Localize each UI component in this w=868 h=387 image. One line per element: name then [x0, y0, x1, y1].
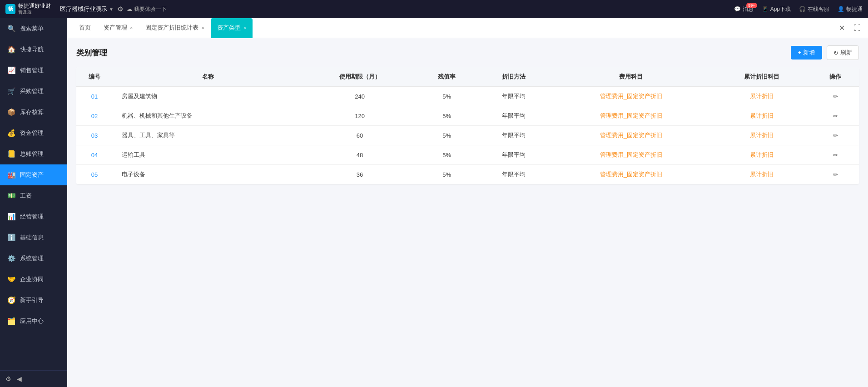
- enterprise-icon: 🤝: [7, 275, 15, 283]
- cell-action-2[interactable]: ✏: [812, 126, 859, 145]
- sidebar-item-purchase[interactable]: 🛒 采购管理: [0, 81, 67, 102]
- col-折旧方法: 折旧方法: [477, 67, 551, 87]
- cell-period-1: 120: [303, 106, 417, 126]
- tab-asset-type[interactable]: 资产类型×: [211, 18, 253, 38]
- tab-close-assets[interactable]: ×: [130, 25, 133, 30]
- col-残值率: 残值率: [417, 67, 477, 87]
- company-selector[interactable]: 医疗器械行业演示 ▼: [60, 5, 114, 13]
- user-button[interactable]: 👤 畅捷通: [838, 5, 863, 13]
- cell-accumulated-1: 累计折旧: [712, 106, 812, 126]
- cell-accumulated-3: 累计折旧: [712, 145, 812, 165]
- col-累计折旧科目: 累计折旧科目: [712, 67, 812, 87]
- sidebar-item-search[interactable]: 🔍 搜索菜单: [0, 18, 67, 39]
- sidebar-item-sales[interactable]: 📈 销售管理: [0, 60, 67, 81]
- logo: 畅 畅捷通好业财 普及版: [5, 3, 51, 15]
- content-area: 首页资产管理×固定资产折旧统计表×资产类型× ✕ ⛶ 类别管理 + 新增 ↻ 刷…: [67, 18, 868, 387]
- settings-icon[interactable]: ⚙: [5, 375, 11, 382]
- ledger-icon: 📒: [7, 150, 15, 158]
- cell-name-4: 电子设备: [113, 165, 303, 184]
- tab-assets[interactable]: 资产管理×: [97, 18, 139, 38]
- cell-accumulated-2: 累计折旧: [712, 126, 812, 145]
- tab-home[interactable]: 首页: [73, 18, 97, 38]
- cell-expense-3: 管理费用_固定资产折旧: [551, 145, 711, 165]
- message-button[interactable]: 💬 消息 99+: [734, 5, 754, 13]
- sidebar-item-inventory[interactable]: 📦 库存核算: [0, 102, 67, 123]
- cell-name-3: 运输工具: [113, 145, 303, 165]
- cell-residual-3: 5%: [417, 145, 477, 165]
- cell-residual-1: 5%: [417, 106, 477, 126]
- sidebar-bottom: ⚙ ◀: [0, 370, 67, 387]
- system-icon: ⚙️: [7, 254, 15, 263]
- close-tab-button[interactable]: ✕: [836, 23, 847, 34]
- sidebar-item-capital[interactable]: 💰 资金管理: [0, 123, 67, 144]
- cell-name-1: 机器、机械和其他生产设备: [113, 106, 303, 126]
- sidebar-item-nav[interactable]: 🏠 快捷导航: [0, 39, 67, 60]
- sidebar-item-label-basic: 基础信息: [20, 233, 44, 242]
- cell-period-0: 240: [303, 87, 417, 106]
- edit-icon-0[interactable]: ✏: [833, 93, 838, 100]
- sidebar-item-appCenter[interactable]: 🗂️ 应用中心: [0, 311, 67, 332]
- user-icon: 👤: [838, 6, 844, 12]
- col-编号: 编号: [76, 67, 113, 87]
- service-label: 在线客服: [808, 5, 829, 13]
- sidebar-item-basic[interactable]: ℹ️ 基础信息: [0, 227, 67, 248]
- tab-close-asset-type[interactable]: ×: [243, 25, 246, 30]
- sidebar-item-label-guide: 新手引导: [20, 296, 44, 304]
- appCenter-icon: 🗂️: [7, 317, 15, 325]
- cell-action-3[interactable]: ✏: [812, 145, 859, 165]
- cell-action-0[interactable]: ✏: [812, 87, 859, 106]
- sidebar-item-ledger[interactable]: 📒 总账管理: [0, 144, 67, 164]
- edit-icon-3[interactable]: ✏: [833, 152, 838, 159]
- company-name: 医疗器械行业演示: [60, 5, 107, 13]
- new-button[interactable]: + 新增: [791, 46, 822, 60]
- sidebar-item-system[interactable]: ⚙️ 系统管理: [0, 248, 67, 269]
- service-button[interactable]: 🎧 在线客服: [799, 5, 829, 13]
- table-row: 02 机器、机械和其他生产设备 120 5% 年限平均 管理费用_固定资产折旧 …: [76, 106, 859, 126]
- cell-action-1[interactable]: ✏: [812, 106, 859, 126]
- app-download-button[interactable]: 📱 App下载: [762, 5, 791, 13]
- cell-residual-0: 5%: [417, 87, 477, 106]
- sidebar-item-label-system: 系统管理: [20, 254, 44, 263]
- collapse-icon[interactable]: ◀: [17, 375, 22, 382]
- maximize-button[interactable]: ⛶: [852, 23, 863, 34]
- edit-icon-2[interactable]: ✏: [833, 132, 838, 139]
- cell-expense-1: 管理费用_固定资产折旧: [551, 106, 711, 126]
- sidebar-item-label-search: 搜索菜单: [20, 25, 44, 33]
- tab-depreciation[interactable]: 固定资产折旧统计表×: [139, 18, 210, 38]
- basic-icon: ℹ️: [7, 233, 15, 242]
- sidebar-item-label-inventory: 库存核算: [20, 108, 44, 116]
- col-操作: 操作: [812, 67, 859, 87]
- trial-label: 我要体验一下: [134, 5, 167, 13]
- sidebar-item-enterprise[interactable]: 🤝 企业协同: [0, 269, 67, 290]
- col-费用科目: 费用科目: [551, 67, 711, 87]
- logo-icon: 畅: [5, 4, 15, 14]
- sidebar-item-guide[interactable]: 🧭 新手引导: [0, 290, 67, 311]
- gear-icon[interactable]: ⚙: [117, 5, 123, 13]
- cell-method-2: 年限平均: [477, 126, 551, 145]
- guide-icon: 🧭: [7, 296, 15, 304]
- tab-label-depreciation: 固定资产折旧统计表: [145, 24, 198, 32]
- sidebar-item-salary[interactable]: 💵 工资: [0, 185, 67, 206]
- edit-icon-4[interactable]: ✏: [833, 171, 838, 178]
- cell-id-4: 05: [76, 165, 113, 184]
- refresh-button[interactable]: ↻ 刷新: [827, 45, 859, 60]
- tabbar: 首页资产管理×固定资产折旧统计表×资产类型× ✕ ⛶: [67, 18, 868, 38]
- sidebar-item-fixed[interactable]: 🏭 固定资产: [0, 164, 67, 185]
- edit-icon-1[interactable]: ✏: [833, 113, 838, 119]
- topbar-center: 医疗器械行业演示 ▼ ⚙ ☁ 我要体验一下: [51, 5, 734, 13]
- message-icon: 💬: [734, 6, 741, 12]
- trial-button[interactable]: ☁ 我要体验一下: [127, 5, 167, 13]
- operation-icon: 📊: [7, 213, 15, 221]
- cell-action-4[interactable]: ✏: [812, 165, 859, 184]
- cell-accumulated-4: 累计折旧: [712, 165, 812, 184]
- col-名称: 名称: [113, 67, 303, 87]
- cell-period-3: 48: [303, 145, 417, 165]
- sidebar-item-operation[interactable]: 📊 经营管理: [0, 206, 67, 227]
- cell-expense-4: 管理费用_固定资产折旧: [551, 165, 711, 184]
- purchase-icon: 🛒: [7, 87, 15, 95]
- refresh-label: 刷新: [840, 49, 852, 57]
- sidebar-item-label-ledger: 总账管理: [20, 150, 44, 158]
- tabbar-right: ✕ ⛶: [836, 23, 863, 34]
- page-title: 类别管理: [76, 48, 107, 58]
- tab-close-depreciation[interactable]: ×: [201, 25, 204, 30]
